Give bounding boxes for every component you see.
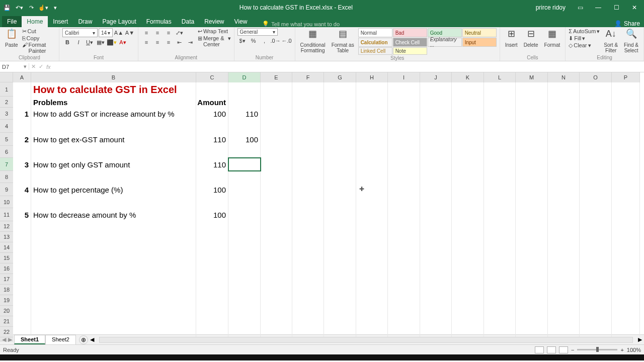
zoom-slider[interactable] <box>577 349 617 350</box>
cell-N20[interactable] <box>548 306 580 316</box>
cell-O6[interactable] <box>580 146 612 158</box>
cell-I19[interactable] <box>388 295 420 306</box>
cell-L22[interactable] <box>484 327 516 337</box>
cell-O15[interactable] <box>580 253 612 263</box>
cell-I21[interactable] <box>388 316 420 327</box>
cell-F11[interactable] <box>292 208 324 221</box>
cell-O4[interactable] <box>580 120 612 133</box>
hscroll-left-icon[interactable]: ◀ <box>90 336 94 343</box>
qat-customize-icon[interactable]: ▾ <box>50 3 60 13</box>
cell-N1[interactable] <box>548 82 580 97</box>
cell-G16[interactable] <box>324 263 356 274</box>
cell-F19[interactable] <box>292 295 324 306</box>
col-header-F[interactable]: F <box>292 72 324 82</box>
cell-H14[interactable] <box>356 242 388 253</box>
cell-M21[interactable] <box>516 316 548 327</box>
cell-C15[interactable] <box>196 253 228 263</box>
col-header-I[interactable]: I <box>388 72 420 82</box>
cell-F13[interactable] <box>292 232 324 242</box>
cell-P20[interactable] <box>612 306 640 316</box>
cell-H4[interactable] <box>356 120 388 133</box>
cell-J17[interactable] <box>420 274 452 285</box>
cell-N16[interactable] <box>548 263 580 274</box>
spreadsheet-grid[interactable]: ABCDEFGHIJKLMNOP1How to calculate GST in… <box>0 72 644 334</box>
cell-N21[interactable] <box>548 316 580 327</box>
cell-I17[interactable] <box>388 274 420 285</box>
border-button[interactable]: ▦▾ <box>96 38 106 47</box>
row-header-18[interactable]: 18 <box>0 285 13 295</box>
cancel-formula-icon[interactable]: ✕ <box>31 63 36 70</box>
cell-F14[interactable] <box>292 242 324 253</box>
number-format-combo[interactable]: General▾ <box>237 28 278 36</box>
cell-A18[interactable] <box>13 285 31 295</box>
decrease-decimal-icon[interactable]: ←.0 <box>282 36 292 45</box>
cell-L11[interactable] <box>484 208 516 221</box>
cell-L13[interactable] <box>484 232 516 242</box>
cell-M13[interactable] <box>516 232 548 242</box>
autosum-button[interactable]: Σ AutoSum▾ <box>569 28 600 35</box>
cell-I10[interactable] <box>388 196 420 208</box>
cell-P21[interactable] <box>612 316 640 327</box>
page-break-view-button[interactable] <box>559 346 568 353</box>
cell-P16[interactable] <box>612 263 640 274</box>
row-header-21[interactable]: 21 <box>0 316 13 327</box>
find-select-button[interactable]: 🔍Find & Select <box>622 28 640 54</box>
cell-F1[interactable] <box>292 82 324 97</box>
cell-J1[interactable] <box>420 82 452 97</box>
cell-G15[interactable] <box>324 253 356 263</box>
cell-E20[interactable] <box>261 306 292 316</box>
cell-E13[interactable] <box>261 232 292 242</box>
cell-J7[interactable] <box>420 158 452 171</box>
cell-J2[interactable] <box>420 97 452 108</box>
cell-N13[interactable] <box>548 232 580 242</box>
cell-H2[interactable] <box>356 97 388 108</box>
share-button[interactable]: 👤 Share <box>614 20 640 27</box>
cell-M5[interactable] <box>516 133 548 146</box>
row-header-17[interactable]: 17 <box>0 274 13 285</box>
cell-P10[interactable] <box>612 196 640 208</box>
cell-L20[interactable] <box>484 306 516 316</box>
col-header-G[interactable]: G <box>324 72 356 82</box>
align-middle-icon[interactable]: ≡ <box>152 28 163 37</box>
copy-button[interactable]: ⎘ Copy <box>22 35 56 41</box>
cell-O7[interactable] <box>580 158 612 171</box>
cell-B12[interactable] <box>31 221 196 232</box>
cell-K18[interactable] <box>452 285 484 295</box>
cell-L8[interactable] <box>484 171 516 183</box>
style-normal[interactable]: Normal <box>358 28 392 37</box>
cell-A16[interactable] <box>13 263 31 274</box>
cell-D7[interactable] <box>228 158 261 171</box>
cell-N22[interactable] <box>548 327 580 337</box>
cell-J13[interactable] <box>420 232 452 242</box>
merge-center-button[interactable]: ⊞ Merge & Center▾ <box>198 35 231 47</box>
row-header-3[interactable]: 3 <box>0 108 13 120</box>
cell-I12[interactable] <box>388 221 420 232</box>
cell-E6[interactable] <box>261 146 292 158</box>
redo-icon[interactable]: ↷ <box>26 3 36 13</box>
touch-icon[interactable]: ☝▾ <box>38 3 48 13</box>
align-bottom-icon[interactable]: ≡ <box>164 28 174 37</box>
cell-F9[interactable] <box>292 183 324 196</box>
cell-P14[interactable] <box>612 242 640 253</box>
cell-J22[interactable] <box>420 327 452 337</box>
cell-E2[interactable] <box>261 97 292 108</box>
cell-H18[interactable] <box>356 285 388 295</box>
cell-I1[interactable] <box>388 82 420 97</box>
cell-F8[interactable] <box>292 171 324 183</box>
cell-P4[interactable] <box>612 120 640 133</box>
cell-L15[interactable] <box>484 253 516 263</box>
cell-P9[interactable] <box>612 183 640 196</box>
cell-N19[interactable] <box>548 295 580 306</box>
cell-H15[interactable] <box>356 253 388 263</box>
cell-P7[interactable] <box>612 158 640 171</box>
cell-I3[interactable] <box>388 108 420 120</box>
cell-B5[interactable]: How to get ex-GST amount <box>31 133 196 146</box>
cell-C6[interactable] <box>196 146 228 158</box>
cell-G9[interactable] <box>324 183 356 196</box>
cell-E4[interactable] <box>261 120 292 133</box>
cell-N2[interactable] <box>548 97 580 108</box>
style-explanatory[interactable]: Explanatory ... <box>428 38 462 47</box>
indent-decrease-icon[interactable]: ⇤ <box>175 38 185 47</box>
minimize-icon[interactable]: — <box>591 2 606 14</box>
cell-A2[interactable] <box>13 97 31 108</box>
